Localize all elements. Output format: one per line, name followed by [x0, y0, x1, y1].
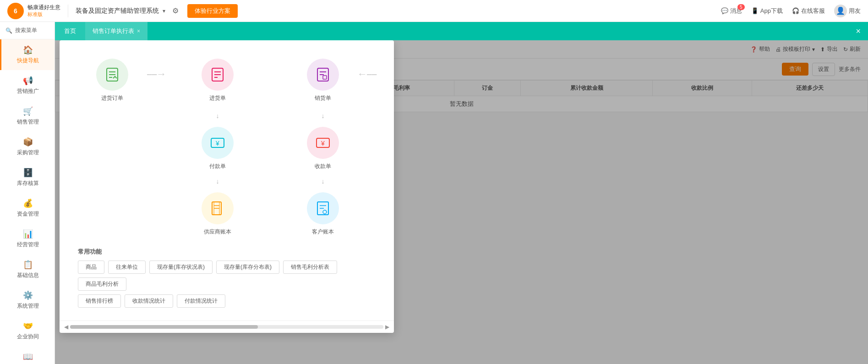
arrow-down-payment: ↓: [183, 177, 252, 186]
supplier-ledger-label: 供应商账本: [204, 228, 231, 236]
header-left: 6 畅康通好生意 标准版 装备及固定资产辅助管理系统 ▾ ⚙ 体验行业方案: [7, 3, 238, 19]
tab-sales-order[interactable]: 销售订单执行表 ×: [85, 22, 147, 40]
func-btn-receipt-stats[interactable]: 收款情况统计: [125, 294, 173, 308]
system-dropdown-button[interactable]: ▾: [163, 8, 165, 14]
flow-node-supplier-ledger[interactable]: 供应商账本: [183, 188, 252, 240]
sidebar-item-marketing[interactable]: 📢 营销推广: [0, 70, 55, 101]
sidebar-item-enterprise[interactable]: 🤝 企业协同: [0, 315, 55, 346]
arrow-purchase-order-to-slip: ----→: [147, 68, 183, 93]
func-btn-goods-margin[interactable]: 商品毛利分析: [78, 277, 126, 291]
func-btn-goods[interactable]: 商品: [78, 261, 104, 274]
operation-icon: 📊: [23, 229, 33, 239]
func-buttons-row1: 商品 往来单位 现存量(库存状况表) 现存量(库存分布表) 销售毛利分析表 商品…: [78, 261, 376, 291]
sidebar-item-finance[interactable]: 💰 资金管理: [0, 193, 55, 223]
sidebar: 🔍 搜索菜单 🏠 快捷导航 📢 营销推广 🛒 销售管理 📦 采购管理 🗄️ 库存…: [0, 22, 55, 364]
flow-diagram-row3: 供应商账本 客户账本: [78, 188, 376, 240]
func-btn-sales-margin[interactable]: 销售毛利分析表: [283, 261, 337, 274]
purchase-order-label: 进货订单: [101, 94, 123, 102]
scrollbar-track[interactable]: [70, 325, 383, 329]
logo-text: 畅康通好生意 标准版: [27, 4, 60, 18]
enterprise-icon: 🤝: [23, 321, 33, 331]
sidebar-item-sales[interactable]: 🛒 销售管理: [0, 101, 55, 131]
message-badge: 5: [737, 4, 745, 10]
svg-text:¥: ¥: [215, 140, 219, 147]
flow-node-sales-slip[interactable]: 销货单: [289, 54, 357, 107]
online-service-action[interactable]: 🎧 在线客服: [792, 7, 825, 15]
purchase-slip-label: 进货单: [209, 94, 226, 102]
tab-home[interactable]: 首页: [55, 22, 85, 40]
app-download-action[interactable]: 📱 App下载: [751, 7, 783, 15]
func-btn-sales-rank[interactable]: 销售排行榜: [78, 294, 121, 308]
arrow-down-purchase-slip: ↓: [183, 111, 252, 120]
header-right: 💬 消息 5 📱 App下载 🎧 在线客服 👤 用友: [721, 5, 861, 17]
flow-node-customer-ledger[interactable]: 客户账本: [289, 188, 357, 240]
purchase-order-circle: [96, 59, 128, 91]
sidebar-item-inventory[interactable]: 🗄️ 库存核算: [0, 162, 55, 193]
sidebar-item-quick-nav[interactable]: 🏠 快捷导航: [0, 39, 55, 70]
func-buttons-row2: 销售排行榜 收款情况统计 付款情况统计: [78, 294, 376, 308]
top-header: 6 畅康通好生意 标准版 装备及固定资产辅助管理系统 ▾ ⚙ 体验行业方案 💬 …: [0, 0, 868, 22]
message-action[interactable]: 💬 消息 5: [721, 7, 742, 15]
scroll-left-arrow[interactable]: ◀: [64, 324, 68, 330]
app-title-area: 装备及固定资产辅助管理系统 ▾ ⚙: [68, 5, 182, 17]
arrow-down-sales-slip: ↓: [289, 111, 357, 120]
receipt-slip-circle: ¥: [307, 127, 339, 159]
content-area: 首页 销售订单执行表 × × ❓ 帮助 🖨 按模板打印 ▾: [55, 22, 868, 364]
flow-node-receipt-slip[interactable]: ¥ 收款单: [289, 122, 357, 175]
modal-overlay: 进货订单 ----→ 进货单: [55, 40, 868, 364]
arrow-down-receipt: ↓: [289, 177, 357, 186]
search-icon: 🔍: [5, 27, 12, 34]
payment-slip-circle: ¥: [202, 127, 234, 159]
flow-diagram-row2: ¥ 付款单 ¥ 收款单: [78, 122, 376, 175]
flow-node-purchase-order[interactable]: 进货订单: [78, 54, 147, 107]
purchase-icon: 📦: [23, 137, 33, 147]
flow-diagram-row1: 进货订单 ----→ 进货单: [78, 54, 376, 107]
func-btn-stock-status[interactable]: 现存量(库存状况表): [149, 261, 213, 274]
sidebar-item-basic[interactable]: 📋 基础信息: [0, 254, 55, 285]
flow-node-payment-slip[interactable]: ¥ 付款单: [183, 122, 252, 175]
scrollbar-thumb: [70, 325, 258, 329]
sidebar-item-system[interactable]: ⚙️ 系统管理: [0, 285, 55, 315]
basic-icon: 📋: [23, 260, 33, 270]
svg-rect-13: [323, 76, 327, 79]
quick-nav-icon: 🏠: [23, 45, 33, 55]
func-btn-partners[interactable]: 往来单位: [108, 261, 146, 274]
modal-scrollbar: ◀ ▶: [60, 321, 394, 333]
download-icon: 📱: [751, 7, 759, 14]
sales-slip-label: 销货单: [315, 94, 331, 102]
system-icon: ⚙️: [23, 290, 33, 300]
avatar: 👤: [834, 5, 847, 17]
service-icon: 🎧: [792, 7, 799, 14]
page-content: ❓ 帮助 🖨 按模板打印 ▾ ⬆ 导出 ↻ 刷新: [55, 40, 868, 364]
scroll-right-arrow[interactable]: ▶: [385, 324, 389, 330]
marketing-icon: 📢: [23, 76, 33, 86]
settings-gear-icon[interactable]: ⚙: [169, 5, 182, 17]
system-title: 装备及固定资产辅助管理系统: [76, 7, 159, 15]
tab-close-icon[interactable]: ×: [137, 28, 140, 34]
sidebar-item-newuser[interactable]: 📖 新手引导: [0, 346, 55, 364]
tab-bar: 首页 销售订单执行表 × ×: [55, 22, 868, 40]
user-profile-action[interactable]: 👤 用友: [834, 5, 861, 17]
app-logo-icon: 6: [7, 3, 24, 19]
purchase-slip-circle: [202, 59, 234, 91]
tab-bar-close-button[interactable]: ×: [848, 27, 868, 36]
func-btn-stock-dist[interactable]: 现存量(库存分布表): [216, 261, 279, 274]
flow-node-purchase-slip[interactable]: 进货单: [183, 54, 252, 107]
flow-arrows-row2: ↓ ↓: [78, 177, 376, 186]
payment-slip-label: 付款单: [209, 163, 226, 170]
search-menu[interactable]: 🔍 搜索菜单: [0, 22, 55, 39]
modal-content: 进货订单 ----→ 进货单: [60, 40, 394, 321]
trial-button[interactable]: 体验行业方案: [187, 4, 238, 18]
finance-icon: 💰: [23, 198, 33, 208]
receipt-slip-label: 收款单: [315, 163, 331, 170]
logo-area: 6 畅康通好生意 标准版: [7, 3, 62, 19]
func-btn-payment-stats[interactable]: 付款情况统计: [177, 294, 225, 308]
sidebar-item-purchase[interactable]: 📦 采购管理: [0, 131, 55, 162]
sales-icon: 🛒: [23, 106, 33, 116]
main-layout: 🔍 搜索菜单 🏠 快捷导航 📢 营销推广 🛒 销售管理 📦 采购管理 🗄️ 库存…: [0, 22, 868, 364]
customer-ledger-label: 客户账本: [312, 228, 334, 236]
common-functions: 常用功能 商品 往来单位 现存量(库存状况表) 现存量(库存分布表) 销售毛利分…: [78, 248, 376, 308]
supplier-ledger-circle: [202, 192, 234, 224]
sidebar-item-operation[interactable]: 📊 经营管理: [0, 223, 55, 254]
common-functions-title: 常用功能: [78, 248, 376, 256]
